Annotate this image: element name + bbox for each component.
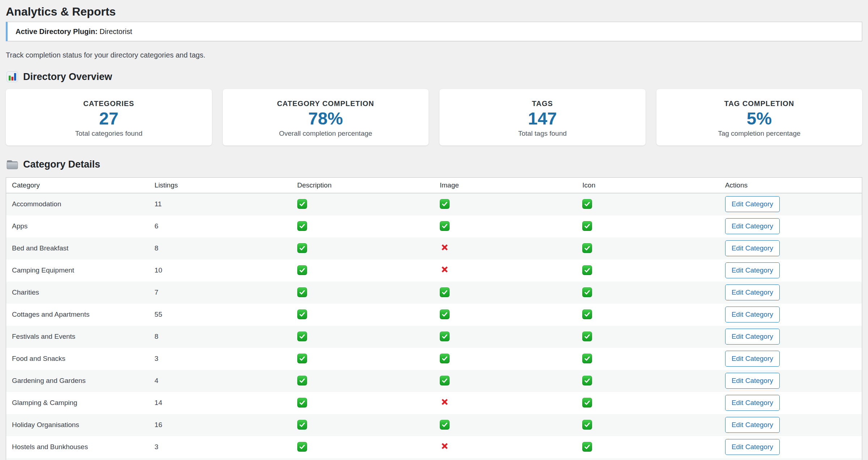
listings-cell: 6 — [149, 215, 291, 237]
check-icon — [297, 309, 307, 319]
listings-cell: 8 — [149, 326, 291, 348]
cross-icon — [440, 441, 450, 451]
image-status-cell — [434, 304, 576, 326]
description-status-cell — [292, 193, 434, 215]
cross-icon — [440, 397, 450, 407]
icon-status-cell — [576, 326, 719, 348]
analytics-reports-page: Analytics & Reports Active Directory Plu… — [0, 0, 868, 460]
table-row: Food and Snacks 3 Edit Category — [6, 348, 862, 370]
check-icon — [297, 332, 307, 341]
description-status-cell — [292, 259, 434, 282]
stat-label: TAGS — [447, 100, 638, 107]
image-status-cell — [434, 392, 576, 414]
category-name: Charities — [12, 288, 39, 296]
stat-value: 147 — [447, 110, 638, 127]
edit-category-button[interactable]: Edit Category — [725, 351, 780, 367]
directory-overview-heading-label: Directory Overview — [23, 69, 112, 84]
stat-label: CATEGORY COMPLETION — [230, 100, 422, 107]
table-row: Festivals and Events 8 Edit Category — [6, 326, 862, 348]
listings-cell: 8 — [149, 237, 291, 259]
check-icon — [582, 309, 592, 319]
icon-status-cell — [576, 215, 719, 237]
category-name: Accommodation — [12, 200, 61, 208]
column-header-description: Description — [292, 178, 434, 193]
category-name-cell: Bed and Breakfast — [6, 237, 149, 259]
check-icon — [297, 398, 307, 408]
check-icon — [440, 309, 450, 319]
check-icon — [582, 398, 592, 408]
actions-cell: Edit Category — [719, 348, 862, 370]
column-header-image: Image — [434, 178, 576, 193]
category-name: Food and Snacks — [12, 355, 65, 362]
icon-status-cell — [576, 193, 719, 215]
edit-category-button[interactable]: Edit Category — [725, 329, 780, 345]
column-header-category: Category — [6, 178, 149, 193]
listings-cell: 55 — [149, 304, 291, 326]
category-name-cell: Glamping & Camping — [6, 392, 149, 414]
listings-cell: 16 — [149, 414, 291, 436]
icon-status-cell — [576, 392, 719, 414]
check-icon — [582, 287, 592, 297]
intro-text: Track completion status for your directo… — [6, 51, 862, 59]
table-row: Camping Equipment 10 Edit Category — [6, 259, 862, 282]
stats-row: CATEGORIES 27 Total categories found CAT… — [6, 89, 862, 145]
edit-category-button[interactable]: Edit Category — [725, 307, 780, 322]
check-icon — [297, 265, 307, 275]
listings-count: 8 — [154, 333, 158, 340]
category-name-cell: Food and Snacks — [6, 348, 149, 370]
cross-icon — [440, 265, 450, 274]
edit-category-button[interactable]: Edit Category — [725, 218, 780, 234]
check-icon — [297, 221, 307, 231]
edit-category-button[interactable]: Edit Category — [725, 240, 780, 256]
check-icon — [582, 265, 592, 275]
notice-label: Active Directory Plugin: — [16, 28, 98, 35]
edit-category-button[interactable]: Edit Category — [725, 196, 780, 212]
listings-cell: 11 — [149, 193, 291, 215]
category-name-cell: Camping Equipment — [6, 259, 149, 282]
edit-category-button[interactable]: Edit Category — [725, 417, 780, 433]
check-icon — [582, 420, 592, 430]
edit-category-button[interactable]: Edit Category — [725, 439, 780, 455]
image-status-cell — [434, 326, 576, 348]
listings-count: 14 — [154, 399, 162, 406]
icon-status-cell — [576, 282, 719, 304]
category-name: Festivals and Events — [12, 333, 75, 340]
image-status-cell — [434, 282, 576, 304]
stat-label: CATEGORIES — [13, 100, 205, 107]
category-name: Glamping & Camping — [12, 399, 77, 406]
category-name: Holiday Organisations — [12, 421, 79, 429]
listings-count: 55 — [154, 311, 162, 318]
description-status-cell — [292, 326, 434, 348]
edit-category-button[interactable]: Edit Category — [725, 262, 780, 278]
image-status-cell — [434, 370, 576, 392]
stat-card-category-completion: CATEGORY COMPLETION 78% Overall completi… — [223, 89, 429, 145]
bar-chart-icon — [6, 70, 19, 83]
stat-value: 78% — [230, 110, 422, 127]
check-icon — [297, 354, 307, 363]
edit-category-button[interactable]: Edit Category — [725, 284, 780, 300]
icon-status-cell — [576, 237, 719, 259]
category-name-cell: Accommodation — [6, 193, 149, 215]
check-icon — [582, 442, 592, 452]
table-row: Charities 7 Edit Category — [6, 282, 862, 304]
next-row-partial — [6, 458, 862, 460]
table-row: Gardening and Gardens 4 Edit Category — [6, 370, 862, 392]
actions-cell: Edit Category — [719, 215, 862, 237]
image-status-cell — [434, 414, 576, 436]
listings-cell: 14 — [149, 392, 291, 414]
icon-status-cell — [576, 259, 719, 282]
stat-description: Total tags found — [447, 130, 638, 138]
category-name-cell: Holiday Organisations — [6, 414, 149, 436]
edit-category-button[interactable]: Edit Category — [725, 395, 780, 411]
active-plugin-notice: Active Directory Plugin: Directorist — [6, 22, 862, 41]
icon-status-cell — [576, 348, 719, 370]
image-status-cell — [434, 193, 576, 215]
stat-label: TAG COMPLETION — [664, 100, 855, 107]
page-title: Analytics & Reports — [6, 4, 862, 19]
column-header-listings: Listings — [149, 178, 291, 193]
actions-cell: Edit Category — [719, 414, 862, 436]
check-icon — [440, 354, 450, 363]
image-status-cell — [434, 259, 576, 282]
actions-cell: Edit Category — [719, 304, 862, 326]
edit-category-button[interactable]: Edit Category — [725, 373, 780, 389]
